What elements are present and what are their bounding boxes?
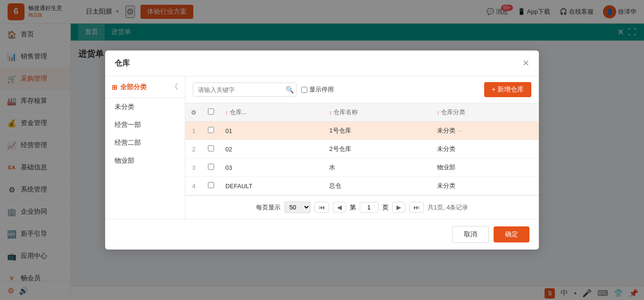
row-name: 总仓 bbox=[323, 177, 431, 195]
select-all-checkbox[interactable] bbox=[208, 108, 214, 115]
row-code: 03 bbox=[220, 158, 323, 177]
th-category[interactable]: ↕仓库分类 bbox=[431, 103, 539, 122]
modal-body: ⊞ 全部分类 《 未分类 经营一部 经营二部 物业部 🔍 bbox=[105, 76, 539, 219]
category-header-label: 全部分类 bbox=[120, 83, 147, 92]
category-sidebar: ⊞ 全部分类 《 未分类 经营一部 经营二部 物业部 bbox=[105, 76, 185, 219]
row-name: 2号仓库 bbox=[323, 140, 431, 158]
add-warehouse-btn[interactable]: + 新增仓库 bbox=[484, 82, 531, 97]
show-disabled-wrap: 显示停用 bbox=[301, 85, 334, 94]
th-checkbox bbox=[202, 103, 220, 122]
page-unit: 页 bbox=[382, 203, 388, 212]
row-checkbox[interactable] bbox=[208, 145, 214, 151]
page-first-btn[interactable]: ⏮ bbox=[314, 202, 329, 213]
modal-overlay: 仓库 ✕ ⊞ 全部分类 《 未分类 经营一部 经营二部 物业部 bbox=[0, 0, 644, 300]
warehouse-modal: 仓库 ✕ ⊞ 全部分类 《 未分类 经营一部 经营二部 物业部 bbox=[105, 50, 539, 250]
category-header[interactable]: ⊞ 全部分类 《 bbox=[105, 76, 185, 98]
per-page-label: 每页显示 bbox=[256, 203, 281, 212]
modal-main: 🔍 显示停用 + 新增仓库 ⚙ bbox=[185, 76, 539, 219]
table-row[interactable]: 4 DEFAULT 总仓 未分类 bbox=[185, 177, 539, 195]
row-category: 未分类 ··· bbox=[431, 122, 539, 140]
page-last-btn[interactable]: ⏭ bbox=[409, 202, 424, 213]
collapse-btn[interactable]: 《 bbox=[171, 82, 178, 92]
page-input[interactable] bbox=[360, 202, 379, 213]
table-row[interactable]: 1 01 1号仓库 未分类 ··· bbox=[185, 122, 539, 140]
cancel-button[interactable]: 取消 bbox=[452, 226, 489, 243]
row-num: 3 bbox=[185, 158, 202, 177]
table-row[interactable]: 3 03 水 物业部 bbox=[185, 158, 539, 177]
warehouse-table: ⚙ ↕仓库... ↕仓库名称 bbox=[185, 103, 539, 195]
category-item-property[interactable]: 物业部 bbox=[105, 152, 185, 170]
row-name: 水 bbox=[323, 158, 431, 177]
row-name: 1号仓库 bbox=[323, 122, 431, 140]
category-item-dept1[interactable]: 经营一部 bbox=[105, 116, 185, 134]
row-num: 2 bbox=[185, 140, 202, 158]
sort-icon3: ↕ bbox=[437, 109, 440, 115]
page-prev-btn[interactable]: ◀ bbox=[333, 202, 346, 213]
confirm-button[interactable]: 确定 bbox=[494, 226, 529, 242]
search-input[interactable] bbox=[193, 83, 282, 96]
show-disabled-label: 显示停用 bbox=[309, 85, 334, 94]
modal-toolbar: 🔍 显示停用 + 新增仓库 bbox=[185, 76, 539, 103]
row-num: 1 bbox=[185, 122, 202, 140]
row-code: DEFAULT bbox=[220, 177, 323, 195]
page-total-info: 共1页, 4条记录 bbox=[428, 203, 469, 212]
row-checkbox[interactable] bbox=[208, 127, 214, 133]
category-item-dept2[interactable]: 经营二部 bbox=[105, 134, 185, 152]
warehouse-table-wrap: ⚙ ↕仓库... ↕仓库名称 bbox=[185, 103, 539, 195]
row-checkbox[interactable] bbox=[208, 182, 214, 188]
modal-header: 仓库 ✕ bbox=[105, 50, 539, 76]
row-num: 4 bbox=[185, 177, 202, 195]
row-category: 未分类 bbox=[431, 140, 539, 158]
th-name[interactable]: ↕仓库名称 bbox=[323, 103, 431, 122]
row-checkbox-cell bbox=[202, 122, 220, 140]
th-code[interactable]: ↕仓库... bbox=[220, 103, 323, 122]
modal-title: 仓库 bbox=[115, 58, 130, 68]
category-item-unclassified[interactable]: 未分类 bbox=[105, 98, 185, 116]
row-code: 02 bbox=[220, 140, 323, 158]
page-next-btn[interactable]: ▶ bbox=[392, 202, 405, 213]
sort-icon2: ↕ bbox=[329, 109, 332, 115]
search-icon-btn[interactable]: 🔍 bbox=[282, 83, 297, 96]
grid-icon: ⊞ bbox=[112, 83, 117, 91]
th-settings[interactable]: ⚙ bbox=[185, 103, 202, 122]
row-checkbox-cell bbox=[202, 140, 220, 158]
show-disabled-checkbox[interactable] bbox=[301, 87, 307, 93]
row-checkbox[interactable] bbox=[208, 164, 214, 170]
search-wrap: 🔍 bbox=[193, 83, 297, 97]
table-row[interactable]: 2 02 2号仓库 未分类 bbox=[185, 140, 539, 158]
table-body: 1 01 1号仓库 未分类 ··· 2 bbox=[185, 122, 539, 195]
row-checkbox-cell bbox=[202, 177, 220, 195]
more-icon[interactable]: ··· bbox=[457, 127, 462, 134]
modal-pagination: 每页显示 50 100 ⏮ ◀ 第 页 ▶ ⏭ 共1页, 4条记录 bbox=[185, 195, 539, 219]
row-checkbox-cell bbox=[202, 158, 220, 177]
modal-footer: 取消 确定 bbox=[105, 219, 539, 250]
row-code: 01 bbox=[220, 122, 323, 140]
row-category: 未分类 bbox=[431, 177, 539, 195]
page-label: 第 bbox=[350, 203, 356, 212]
sort-icon: ↕ bbox=[225, 109, 228, 115]
per-page-select[interactable]: 50 100 bbox=[284, 201, 311, 213]
table-header: ⚙ ↕仓库... ↕仓库名称 bbox=[185, 103, 539, 122]
modal-close-btn[interactable]: ✕ bbox=[522, 58, 529, 68]
row-category: 物业部 bbox=[431, 158, 539, 177]
